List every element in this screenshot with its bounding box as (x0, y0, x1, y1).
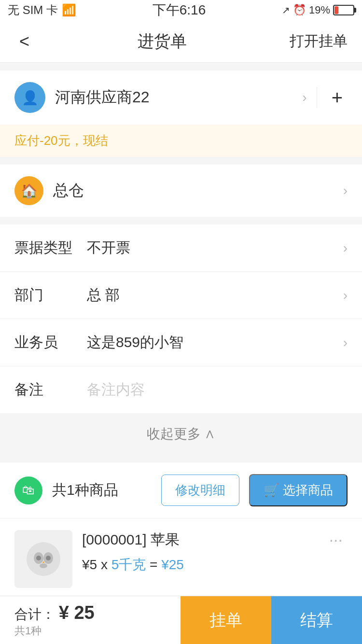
warehouse-chevron: › (343, 183, 348, 198)
nav-bar: < 进货单 打开挂单 (0, 20, 362, 63)
dept-value: 总 部 (82, 285, 343, 305)
select-product-button[interactable]: 🛒 选择商品 (249, 474, 348, 506)
status-right: ↗ ⏰ 19% (282, 4, 354, 16)
alarm-icon: ⏰ (293, 4, 306, 16)
footer-total: 合计： ¥ 25 共1种 (0, 602, 181, 638)
wifi-signal: 📶 (62, 3, 76, 17)
product-info: [0000001] 苹果 ¥5 x 5千克 = ¥25 (82, 530, 315, 574)
footer-total-row: 合计： ¥ 25 (14, 602, 166, 624)
supplier-name: 河南供应商22 (55, 87, 302, 108)
product-count: 共1种商品 (52, 480, 152, 500)
owl-logo (24, 540, 63, 578)
warehouse-row[interactable]: 🏠 总仓 › (0, 165, 362, 217)
dept-label: 部门 (14, 285, 82, 305)
status-carrier: 无 SIM 卡 📶 (8, 2, 76, 18)
invoice-value: 不开票 (82, 238, 343, 258)
add-supplier-button[interactable]: + (327, 87, 348, 109)
price-prefix: ¥5 x (82, 557, 111, 572)
battery-label: 19% (309, 4, 330, 16)
page-title: 进货单 (138, 30, 187, 53)
product-header: 🛍 共1种商品 修改明细 🛒 选择商品 (0, 462, 362, 518)
form-row-remark[interactable]: 备注 备注内容 (0, 366, 362, 413)
remark-label: 备注 (14, 380, 82, 400)
product-price: ¥5 x 5千克 = ¥25 (82, 556, 315, 574)
back-button[interactable]: < (14, 27, 34, 56)
svg-point-0 (27, 542, 60, 576)
salesman-value: 这是859的小智 (82, 333, 343, 352)
form-row-invoice[interactable]: 票据类型 不开票 › (0, 224, 362, 272)
salesman-chevron: › (343, 335, 348, 350)
invoice-chevron: › (343, 240, 348, 256)
total-price: ¥25 (161, 557, 184, 572)
warehouse-name: 总仓 (53, 180, 343, 201)
warehouse-section[interactable]: 🏠 总仓 › (0, 165, 362, 217)
avatar-icon: 👤 (22, 90, 39, 106)
product-item: [0000001] 苹果 ¥5 x 5千克 = ¥25 ··· (0, 518, 362, 600)
status-bar: 无 SIM 卡 📶 下午6:16 ↗ ⏰ 19% (0, 0, 362, 20)
product-section-icon: 🛍 (14, 476, 42, 504)
footer-count: 共1种 (14, 624, 166, 638)
supplier-avatar: 👤 (14, 82, 45, 113)
invoice-label: 票据类型 (14, 238, 82, 258)
warehouse-icon-symbol: 🏠 (21, 183, 38, 199)
product-thumbnail (14, 530, 72, 588)
divider (317, 87, 317, 108)
supplier-chevron: › (302, 90, 306, 105)
gap-1 (0, 63, 362, 70)
gap-3 (0, 217, 362, 224)
select-cart-icon: 🛒 (264, 483, 279, 498)
collapse-button[interactable]: 收起更多 ∧ (0, 413, 362, 455)
edit-detail-button[interactable]: 修改明细 (161, 475, 239, 506)
gap-4 (0, 455, 362, 462)
hold-order-button[interactable]: 挂单 (181, 596, 271, 644)
supplier-row[interactable]: 👤 河南供应商22 › + (0, 70, 362, 125)
product-section: 🛍 共1种商品 修改明细 🛒 选择商品 [0000001] 苹果 ¥5 x 5千 (0, 462, 362, 600)
battery-icon (333, 5, 354, 15)
supplier-section: 👤 河南供应商22 › + 应付-20元，现结 (0, 70, 362, 157)
equals: = (146, 557, 161, 572)
quantity: 5千克 (111, 557, 146, 572)
product-more-button[interactable]: ··· (324, 530, 348, 549)
warehouse-icon: 🏠 (14, 176, 43, 205)
footer: 合计： ¥ 25 共1种 挂单 结算 (0, 596, 362, 644)
gap-2 (0, 157, 362, 165)
payment-hint: 应付-20元，现结 (0, 125, 362, 157)
svg-point-5 (40, 563, 47, 568)
cart-icon: 🛍 (22, 483, 35, 498)
form-row-salesman[interactable]: 业务员 这是859的小智 › (0, 319, 362, 366)
product-name: [0000001] 苹果 (82, 530, 315, 550)
dept-chevron: › (343, 288, 348, 303)
svg-point-4 (46, 556, 51, 560)
remark-input[interactable]: 备注内容 (82, 380, 348, 400)
location-icon: ↗ (282, 4, 290, 16)
total-label: 合计： (14, 607, 55, 622)
checkout-button[interactable]: 结算 (271, 596, 362, 644)
form-row-dept[interactable]: 部门 总 部 › (0, 272, 362, 319)
open-hold-button[interactable]: 打开挂单 (290, 31, 348, 51)
form-section: 票据类型 不开票 › 部门 总 部 › 业务员 这是859的小智 › 备注 备注… (0, 224, 362, 413)
svg-point-3 (36, 556, 41, 560)
total-amount: ¥ 25 (59, 602, 95, 623)
carrier-label: 无 SIM 卡 (8, 2, 58, 18)
salesman-label: 业务员 (14, 333, 82, 352)
status-time: 下午6:16 (153, 1, 206, 19)
